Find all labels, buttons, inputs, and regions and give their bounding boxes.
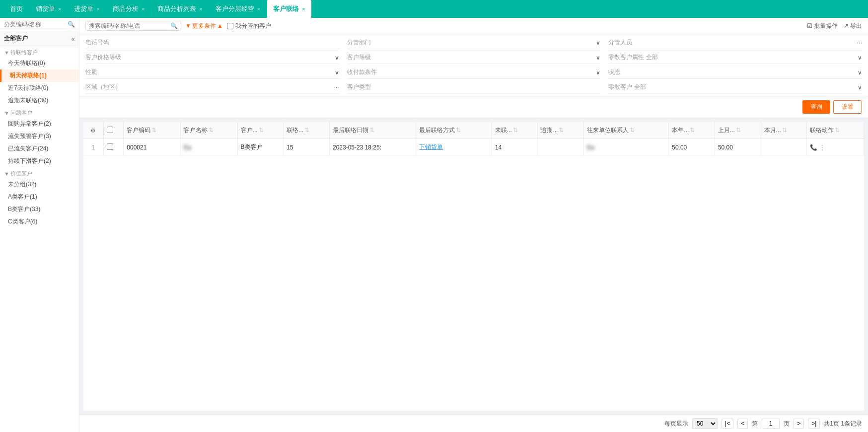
export-label: 导出: [850, 22, 862, 30]
next-page-btn[interactable]: >: [794, 419, 804, 429]
filter-nature-select[interactable]: ∨: [123, 69, 339, 76]
sort-icon-4[interactable]: ⇅: [259, 127, 264, 134]
page-size-select[interactable]: 50 100: [692, 418, 718, 429]
all-customers-label: 全部客户: [4, 34, 28, 43]
table-footer: 每页显示 50 100 |< < 第 页 > >| 共1页 1条记录: [79, 415, 868, 432]
collapse-icon[interactable]: «: [71, 35, 75, 43]
select-all-checkbox[interactable]: [107, 127, 113, 133]
sort-icon-5[interactable]: ⇅: [304, 127, 309, 134]
query-button[interactable]: 查询: [802, 100, 830, 114]
col-header-1: [103, 122, 124, 139]
top-nav: 首页销货单×进货单×商品分析×商品分析列表×客户分层经营×客户联络×: [0, 0, 868, 18]
filter-customer-level-label: 客户等级: [347, 53, 382, 62]
nav-item-商品分析列表[interactable]: 商品分析列表×: [151, 0, 208, 18]
table-header: ⚙客户编码⇅客户名称⇅客户...⇅联络...⇅最后联络日期⇅最后联络方式⇅未联.…: [83, 122, 864, 139]
all-customers-header[interactable]: 全部客户 «: [0, 31, 79, 46]
close-tab-icon[interactable]: ×: [199, 6, 202, 12]
sidebar-item-明天待联络(1)[interactable]: 明天待联络(1): [0, 70, 79, 82]
sort-icon-11[interactable]: ⇅: [690, 127, 695, 134]
filter-customer-level-select[interactable]: ∨: [385, 54, 601, 61]
sidebar-group-pending: ▼ 待联络客户: [0, 46, 79, 57]
batch-op-btn[interactable]: ☑ 批量操作: [807, 22, 838, 30]
last-page-btn[interactable]: >|: [808, 419, 820, 429]
sort-icon-2[interactable]: ⇅: [151, 127, 156, 134]
export-btn[interactable]: ↗ 导出: [844, 22, 862, 30]
sidebar-item-近7天待联络(0)[interactable]: 近7天待联络(0): [0, 82, 79, 94]
filter-region-input[interactable]: ···: [124, 84, 339, 91]
table-cell-0-11: 50.00: [669, 139, 715, 156]
sidebar-item-持续下滑客户(2)[interactable]: 持续下滑客户(2): [0, 155, 79, 167]
chevron-nature-icon: ∨: [335, 69, 339, 76]
sort-icon-3[interactable]: ⇅: [209, 127, 214, 134]
nav-item-进货单[interactable]: 进货单×: [68, 0, 105, 18]
sidebar-item-已流失客户(24)[interactable]: 已流失客户(24): [0, 143, 79, 155]
set-button[interactable]: 设置: [833, 100, 862, 114]
filter-retail-attr-select[interactable]: ∨: [661, 54, 862, 61]
col-header-8: 未联...⇅: [492, 122, 538, 139]
nav-item-销货单[interactable]: 销货单×: [30, 0, 67, 18]
filter-price-level-select[interactable]: ∨: [124, 54, 339, 61]
col-header-6: 最后联络日期⇅: [329, 122, 416, 139]
chevron-retail-icon: ∨: [858, 54, 862, 61]
nav-item-商品分析[interactable]: 商品分析×: [107, 0, 150, 18]
sort-icon-13[interactable]: ⇅: [782, 127, 787, 134]
action-more-icon[interactable]: ⋮: [819, 144, 825, 151]
nav-item-首页[interactable]: 首页: [4, 0, 29, 18]
close-tab-icon[interactable]: ×: [142, 6, 145, 12]
action-call-icon[interactable]: 📞: [810, 144, 817, 151]
filter-price-level-label: 客户价格等级: [85, 53, 121, 62]
page-number-input[interactable]: [762, 419, 780, 429]
my-customers-wrap[interactable]: 我分管的客户: [227, 22, 271, 30]
sidebar-item-B类客户(33)[interactable]: B类客户(33): [0, 203, 79, 216]
sort-icon-12[interactable]: ⇅: [736, 127, 741, 134]
batch-op-label: 批量操作: [814, 22, 838, 30]
search-input[interactable]: [89, 22, 168, 29]
nav-item-客户分层经营[interactable]: 客户分层经营×: [210, 0, 266, 18]
search-icon[interactable]: 🔍: [170, 22, 178, 29]
table-cell-0-10: Ea: [584, 139, 669, 156]
sidebar-item-回购异常客户(2)[interactable]: 回购异常客户(2): [0, 118, 79, 130]
sidebar-item-A类客户(1)[interactable]: A类客户(1): [0, 191, 79, 203]
filter-retail-customer-select[interactable]: ∨: [649, 84, 862, 91]
more-manager-icon: ···: [857, 39, 862, 46]
col-header-14: 联络动作⇅: [807, 122, 864, 139]
sidebar-item-逾期未联络(30)[interactable]: 逾期未联络(30): [0, 94, 79, 107]
page-suffix: 页: [784, 420, 790, 428]
first-page-btn[interactable]: |<: [722, 419, 733, 429]
sidebar-item-未分组(32)[interactable]: 未分组(32): [0, 178, 79, 191]
prev-page-btn[interactable]: <: [737, 419, 748, 429]
close-tab-icon[interactable]: ×: [58, 6, 61, 12]
sort-icon-7[interactable]: ⇅: [456, 127, 461, 134]
close-tab-icon[interactable]: ×: [302, 6, 305, 12]
close-tab-icon[interactable]: ×: [96, 6, 99, 12]
table-area: ⚙客户编码⇅客户名称⇅客户...⇅联络...⇅最后联络日期⇅最后联络方式⇅未联.…: [83, 122, 864, 411]
last-contact-method-link[interactable]: 下销货单: [419, 144, 443, 150]
col-header-5: 联络...⇅: [284, 122, 330, 139]
row-checkbox[interactable]: [107, 144, 113, 150]
close-tab-icon[interactable]: ×: [257, 6, 260, 12]
filter-dept-select[interactable]: ∨: [385, 39, 601, 46]
col-header-9: 逾期...⇅: [538, 122, 584, 139]
sort-icon-10[interactable]: ⇅: [630, 127, 635, 134]
sidebar-search-input[interactable]: [4, 21, 66, 28]
sidebar-item-C类客户(6)[interactable]: C类客户(6): [0, 216, 79, 228]
sort-icon-9[interactable]: ⇅: [559, 127, 564, 134]
sidebar: 🔍 全部客户 « ▼ 待联络客户今天待联络(0)明天待联络(1)近7天待联络(0…: [0, 18, 79, 432]
sidebar-item-流失预警客户(3)[interactable]: 流失预警客户(3): [0, 130, 79, 143]
filter-retail-customer-label: 零散客户 全部: [608, 83, 646, 91]
filter-icon: ▼: [185, 22, 191, 29]
sort-icon-14[interactable]: ⇅: [835, 127, 840, 134]
filter-status-select[interactable]: ∨: [646, 69, 862, 76]
my-customers-checkbox[interactable]: [227, 23, 233, 29]
filter-manager-input[interactable]: ···: [646, 39, 862, 46]
filter-payment-select[interactable]: ∨: [385, 69, 601, 76]
sidebar-search-icon[interactable]: 🔍: [68, 21, 75, 28]
settings-icon[interactable]: ⚙: [90, 127, 96, 134]
table-cell-0-14[interactable]: 📞⋮: [807, 139, 864, 156]
sort-icon-6[interactable]: ⇅: [369, 127, 374, 134]
more-filter-btn[interactable]: ▼ 更多条件 ▲: [185, 22, 223, 30]
sort-icon-8[interactable]: ⇅: [513, 127, 518, 134]
nav-item-客户联络[interactable]: 客户联络×: [267, 0, 311, 18]
filter-customer-level: 客户等级 ∨: [347, 53, 601, 64]
sidebar-item-今天待联络(0)[interactable]: 今天待联络(0): [0, 57, 79, 70]
